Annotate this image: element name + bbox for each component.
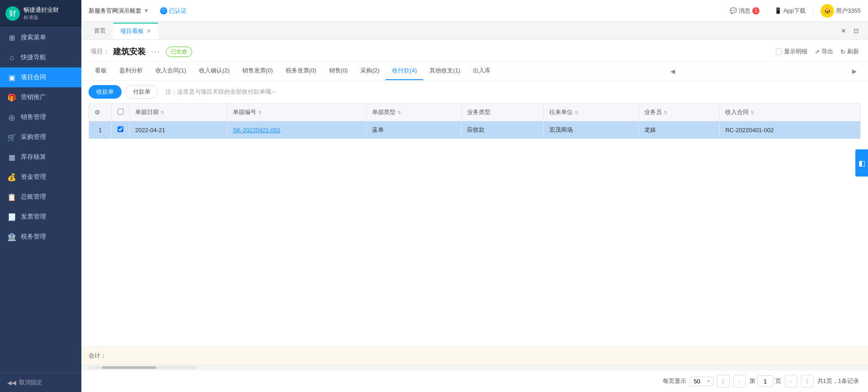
panel-icon: ◧ <box>859 159 865 167</box>
th-settings[interactable]: ⚙ <box>89 104 112 121</box>
refresh-button[interactable]: ↻ 刷新 <box>840 48 859 56</box>
certified-label: 已认证 <box>169 7 187 15</box>
sort-partner-icon: ⇅ <box>575 110 578 115</box>
right-panel-toggle[interactable]: ◧ <box>855 149 868 177</box>
table-body: 1 2022-04-21 SK-20220421-001 蓝单 应收款 宏茂商场… <box>89 121 861 139</box>
sidebar-item-finance[interactable]: 💰 资金管理 <box>0 167 81 187</box>
sales-icon: ◎ <box>7 113 16 122</box>
show-detail-button[interactable]: 显示明细 <box>776 48 807 56</box>
app-logo-text: 畅捷通好业财 标准版 <box>24 6 59 21</box>
nav-tab-next-arrow[interactable]: ▶ <box>848 65 861 77</box>
nav-tab-other[interactable]: 其他收支(1) <box>423 62 467 80</box>
export-button[interactable]: ↗ 导出 <box>815 48 833 56</box>
page-first-button[interactable]: ⟪ <box>717 375 730 387</box>
th-date[interactable]: 单据日期 ⇅ <box>130 104 227 121</box>
certified-badge: 🛡 已认证 <box>160 7 187 15</box>
topbar-right: 💬 消息 1 📱 App下载 🐱 用户3355 <box>730 4 861 18</box>
cell-date: 2022-04-21 <box>130 121 227 139</box>
topbar-left: 新服务官网演示账套 ▼ 🛡 已认证 <box>89 7 730 15</box>
nav-tab-prev-arrow[interactable]: ◀ <box>666 65 679 77</box>
th-biz-type: 业务类型 <box>462 104 544 121</box>
project-more-button[interactable]: ··· <box>151 47 160 57</box>
app-download-button[interactable]: 📱 App下载 <box>774 7 806 15</box>
horizontal-scrollbar[interactable] <box>81 364 868 370</box>
total-label: 合计： <box>89 352 106 360</box>
table-row[interactable]: 1 2022-04-21 SK-20220421-001 蓝单 应收款 宏茂商场… <box>89 121 861 139</box>
message-button[interactable]: 💬 消息 1 <box>730 7 760 15</box>
sidebar-item-marketing[interactable]: 🎁 营销推广 <box>0 87 81 107</box>
sidebar-item-tax[interactable]: 🏦 税务管理 <box>0 227 81 247</box>
th-partner[interactable]: 往来单位 ⇅ <box>543 104 638 121</box>
th-salesman[interactable]: 业务员 ⇅ <box>639 104 720 121</box>
show-detail-checkbox[interactable] <box>776 48 782 55</box>
nav-tab-sales[interactable]: 销售(0) <box>323 62 354 80</box>
row-checkbox[interactable] <box>118 126 123 132</box>
subtab-receipt[interactable]: 收款单 <box>89 85 122 99</box>
app-logo-icon: 财 <box>5 6 20 21</box>
close-window-button[interactable]: ✕ <box>837 24 850 37</box>
page-prefix-label: 第 <box>750 377 755 385</box>
tab-close-icon[interactable]: ✕ <box>146 28 151 34</box>
sidebar-item-invoice[interactable]: 🧾 发票管理 <box>0 207 81 227</box>
nav-tab-payment[interactable]: 收付款(4) <box>386 62 423 80</box>
nav-tab-purchase[interactable]: 采购(2) <box>354 62 386 80</box>
nav-tab-income-confirm[interactable]: 收入确认(2) <box>193 62 236 80</box>
sidebar-item-label: 发票管理 <box>21 213 46 221</box>
tabbar: 首页 项目看板 ✕ ✕ ⊡ <box>81 22 868 40</box>
sidebar-item-label: 项目合同 <box>21 73 46 81</box>
subtab-payment[interactable]: 付款单 <box>125 85 158 99</box>
project-status-badge: 已生效 <box>166 47 192 57</box>
demo-account-selector[interactable]: 新服务官网演示账套 ▼ <box>89 7 151 15</box>
nav-tab-warehouse[interactable]: 出入库 <box>467 62 497 80</box>
scrollbar-thumb[interactable] <box>102 366 156 369</box>
tab-home[interactable]: 首页 <box>87 23 113 38</box>
finance-icon: 💰 <box>7 172 16 182</box>
page-prev-button[interactable]: ‹ <box>733 375 746 387</box>
nav-tab-sales-invoice[interactable]: 销售发票(0) <box>236 62 279 80</box>
nav-tabs: 看板 盈利分析 收入合同(1) 收入确认(2) 销售发票(0) 税务发票(0) … <box>81 62 868 81</box>
sidebar-unpin-button[interactable]: ◀◀ 取消固定 <box>0 373 81 392</box>
sort-contract-icon: ⇅ <box>750 110 754 115</box>
project-header: 项目： 建筑安装 ··· 已生效 显示明细 ↗ 导出 ↻ 刷新 <box>81 40 868 62</box>
sort-date-icon: ⇅ <box>160 110 164 115</box>
sidebar-item-search[interactable]: ⊞ 搜索菜单 <box>0 28 81 48</box>
divider2 <box>813 6 813 15</box>
select-all-checkbox[interactable] <box>118 109 123 115</box>
user-profile-button[interactable]: 🐱 用户3355 <box>821 4 861 18</box>
message-label: 消息 <box>739 7 750 15</box>
sidebar-item-quicknav[interactable]: ⌂ 快捷导航 <box>0 48 81 67</box>
sidebar-item-inventory[interactable]: ▦ 库存核算 <box>0 147 81 167</box>
nav-tab-profit[interactable]: 盈利分析 <box>113 62 149 80</box>
th-type[interactable]: 单据类型 ⇅ <box>367 104 462 121</box>
sidebar-item-label: 税务管理 <box>21 233 46 241</box>
cell-number[interactable]: SK-20220421-001 <box>227 121 366 139</box>
page-next-button[interactable]: › <box>785 375 797 387</box>
project-prefix: 项目： <box>90 48 109 56</box>
subtab-note: 注：这里是与项目关联的全部收付款单哦～ <box>165 88 277 96</box>
sidebar-item-ledger[interactable]: 📋 总账管理 <box>0 187 81 207</box>
sidebar-item-contract[interactable]: ▣ 项目合同 <box>0 67 81 87</box>
nav-tab-tax-invoice[interactable]: 税务发票(0) <box>279 62 323 80</box>
page-last-button[interactable]: ⟫ <box>801 375 814 387</box>
sidebar-item-label: 采购管理 <box>21 133 46 141</box>
per-page-label: 每页显示 <box>663 377 686 385</box>
cell-checkbox[interactable] <box>112 121 130 139</box>
contract-icon: ▣ <box>7 73 16 82</box>
nav-tab-income-contract[interactable]: 收入合同(1) <box>149 62 193 80</box>
tab-project-board-label: 项目看板 <box>120 27 144 35</box>
sidebar-item-purchase[interactable]: 🛒 采购管理 <box>0 127 81 147</box>
sidebar-item-sales[interactable]: ◎ 销售管理 <box>0 107 81 127</box>
page-suffix-label: 页 <box>775 377 781 385</box>
scrollbar-track[interactable] <box>89 366 197 369</box>
restore-window-button[interactable]: ⊡ <box>850 24 863 37</box>
th-number[interactable]: 单据编号 ⇅ <box>227 104 366 121</box>
tab-home-label: 首页 <box>94 27 106 35</box>
per-page-select[interactable]: 50 10 20 100 <box>690 377 713 386</box>
pagination: 每页显示 50 10 20 100 ⟪ ‹ 第 页 › ⟫ 共1页，1条记录 <box>81 370 868 392</box>
tab-project-board[interactable]: 项目看板 ✕ <box>113 23 158 39</box>
nav-tab-kanban[interactable]: 看板 <box>89 62 113 80</box>
record-number-link[interactable]: SK-20220421-001 <box>233 127 281 134</box>
settings-gear-icon[interactable]: ⚙ <box>94 109 100 116</box>
page-number-input[interactable] <box>757 375 774 387</box>
th-contract[interactable]: 收入合同 ⇅ <box>720 104 861 121</box>
